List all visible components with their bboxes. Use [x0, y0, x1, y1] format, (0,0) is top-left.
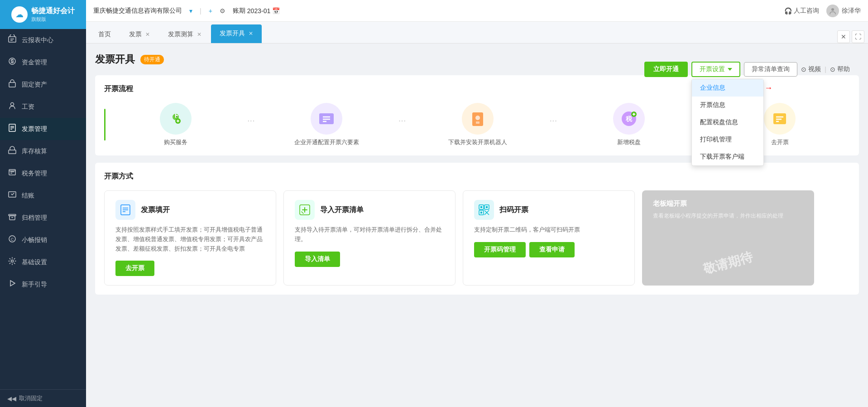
content-header: 重庆畅捷交通信息咨询有限公司 ▾ | + ⚙ 账期 2023-01 📅 🎧 人工…: [86, 0, 868, 22]
tab-invoice-issue-close[interactable]: ✕: [249, 31, 253, 36]
import-btn[interactable]: 导入清单: [295, 252, 340, 267]
tab-maximize-btn[interactable]: ⛶: [852, 30, 864, 43]
dropdown-item-printer[interactable]: 打印机管理: [692, 131, 763, 148]
svg-rect-4: [9, 82, 15, 87]
flow-step-1: 购买服务: [106, 103, 245, 146]
tab-invoice-close[interactable]: ✕: [145, 32, 150, 37]
qrcode-manage-btn[interactable]: 开票码管理: [474, 242, 526, 257]
tab-invoice-label: 发票: [129, 30, 142, 39]
sidebar-item-fixed-assets[interactable]: 固定资产: [0, 73, 86, 96]
tab-bar-actions: ✕ ⛶: [834, 30, 868, 43]
manual-card-title: 发票填开: [141, 205, 170, 215]
avatar: [826, 5, 839, 17]
sidebar-item-inventory-label: 库存核算: [22, 147, 47, 155]
flow-step-2-label: 企业开通配置开票六要素: [294, 138, 359, 146]
tab-invoice-issue[interactable]: 发票开具 ✕: [211, 24, 262, 43]
sidebar-item-payroll[interactable]: 工资: [0, 96, 86, 118]
svg-rect-10: [9, 150, 16, 154]
settings-dropdown-container: 开票设置 企业信息 →: [691, 62, 740, 77]
sidebar: ☁ 畅捷通好会计 旗舰版 云报表中心: [0, 0, 86, 407]
page-toolbar: 立即开通 开票设置 企业信息 →: [644, 62, 850, 77]
sidebar-item-settings-label: 基础设置: [22, 258, 47, 266]
tab-invoice-calc-close[interactable]: ✕: [197, 32, 201, 37]
method-section: 开票方式 发票填开 支持按照发票样式手工填开发票；可开具增值税电子普通发票、增值…: [95, 163, 859, 295]
svg-rect-52: [480, 206, 482, 208]
sidebar-item-settlement[interactable]: 结账: [0, 184, 86, 207]
period-display: 账期 2023-01 📅: [233, 7, 280, 15]
svg-point-5: [11, 103, 14, 106]
support-btn[interactable]: 🎧 人工咨询: [784, 7, 819, 15]
add-company-btn[interactable]: +: [209, 7, 212, 15]
sidebar-item-tax[interactable]: 税务管理: [0, 162, 86, 184]
sidebar-item-archive-label: 归档管理: [22, 214, 47, 222]
payroll-icon: [7, 101, 17, 112]
user-info[interactable]: 徐泽华: [826, 5, 861, 17]
unpin-icon: ◀◀: [7, 395, 16, 402]
method-section-title: 开票方式: [104, 172, 850, 181]
dropdown-item-invoice-info[interactable]: 开票信息: [692, 97, 763, 114]
svg-rect-11: [9, 170, 15, 175]
flow-arrow-1: ···: [245, 115, 257, 126]
sidebar-item-payroll-label: 工资: [22, 103, 34, 111]
status-badge: 待开通: [140, 55, 164, 64]
video-btn[interactable]: ⊙ 视频: [801, 65, 821, 73]
dropdown-item-company-info[interactable]: 企业信息 →: [692, 79, 763, 97]
funds-icon: [7, 57, 17, 68]
svg-rect-0: [9, 37, 16, 42]
svg-text:税: 税: [625, 115, 633, 122]
sidebar-item-invoice[interactable]: 发票管理: [0, 118, 86, 140]
sidebar-item-fixed-assets-label: 固定资产: [22, 81, 47, 89]
sidebar-item-inventory[interactable]: 库存核算: [0, 140, 86, 162]
page-content: 发票开具 待开通 立即开通 开票设置: [86, 44, 868, 407]
sidebar-item-tax-label: 税务管理: [22, 170, 47, 178]
company-dropdown-btn[interactable]: ▾: [189, 7, 192, 15]
sidebar-item-guide-label: 新手引导: [22, 281, 47, 289]
help-icon: ⊙: [830, 66, 835, 73]
import-card-title: 导入开票清单: [320, 205, 364, 215]
flow-step-2: 企业开通配置开票六要素: [257, 103, 397, 146]
tax-icon: [7, 168, 17, 179]
flow-step-4-icon: 税: [613, 103, 645, 135]
settings-dropdown-menu: 企业信息 → 开票信息 配置税盘信息: [691, 79, 764, 166]
flow-step-1-icon: [160, 103, 192, 135]
abnormal-list-btn[interactable]: 异常清单查询: [744, 62, 797, 77]
manual-go-btn[interactable]: 去开票: [115, 261, 154, 276]
fixed-assets-icon: [7, 79, 17, 90]
sidebar-item-cloud-report[interactable]: 云报表中心: [0, 29, 86, 51]
flow-step-3-icon: [462, 103, 494, 135]
sidebar-item-funds[interactable]: 资金管理: [0, 51, 86, 73]
boss-overlay: 敬请期待: [643, 233, 814, 286]
sidebar-item-archive[interactable]: 归档管理: [0, 207, 86, 229]
invoice-settings-btn[interactable]: 开票设置: [691, 62, 740, 77]
page-title-section: 发票开具 待开通 立即开通 开票设置: [95, 53, 859, 66]
settings-btn[interactable]: ⚙: [220, 7, 225, 15]
tab-close-btn[interactable]: ✕: [837, 30, 850, 43]
tab-home[interactable]: 首页: [90, 25, 120, 43]
sidebar-nav: 云报表中心 资金管理 固定资产: [0, 29, 86, 389]
sidebar-item-cloud-report-label: 云报表中心: [22, 36, 53, 44]
tab-invoice[interactable]: 发票 ✕: [120, 25, 158, 43]
view-application-btn[interactable]: 查看申请: [529, 242, 575, 257]
scan-card-title: 扫码开票: [499, 205, 528, 215]
flow-step-2-icon: [311, 103, 342, 135]
sidebar-logo: ☁ 畅捷通好会计 旗舰版: [0, 0, 86, 29]
dropdown-item-download-client[interactable]: 下载开票客户端: [692, 148, 763, 165]
sidebar-item-report-label: 小畅报销: [22, 236, 47, 244]
sidebar-bottom-action[interactable]: ◀◀ 取消固定: [0, 389, 86, 407]
activate-btn[interactable]: 立即开通: [644, 62, 688, 77]
method-card-scan: 扫码开票 支持定制开票二维码，客户端可扫码开票 开票码管理 查看申请: [463, 190, 635, 286]
tab-invoice-calc[interactable]: 发票测算 ✕: [159, 25, 210, 43]
inventory-icon: [7, 145, 17, 157]
method-card-boss: 老板端开票 查看老板端小程序提交的开票申请，并作出相应的处理 敬请期待: [642, 190, 814, 286]
calendar-icon[interactable]: 📅: [272, 7, 280, 15]
logo-sub: 旗舰版: [31, 16, 75, 23]
sidebar-item-guide[interactable]: 新手引导: [0, 273, 86, 296]
manual-invoice-icon: [115, 200, 135, 220]
svg-rect-34: [476, 121, 480, 124]
sidebar-item-report[interactable]: C 小畅报销: [0, 229, 86, 251]
help-btn[interactable]: ⊙ 帮助: [830, 65, 850, 73]
sidebar-item-settings[interactable]: 基础设置: [0, 251, 86, 273]
dropdown-item-tax-config[interactable]: 配置税盘信息: [692, 114, 763, 131]
tab-invoice-calc-label: 发票测算: [168, 30, 193, 39]
svg-rect-54: [480, 212, 482, 213]
